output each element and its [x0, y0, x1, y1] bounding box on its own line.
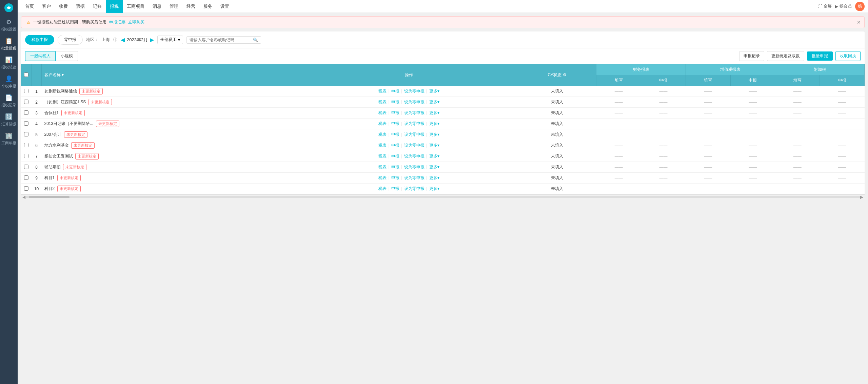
op-report-link[interactable]: 申报	[391, 132, 399, 137]
op-zero-link[interactable]: 设为零申报	[404, 154, 425, 158]
op-zero-link[interactable]: 设为零申报	[404, 132, 425, 137]
op-zero-link[interactable]: 设为零申报	[404, 186, 425, 191]
op-zero-link[interactable]: 设为零申报	[404, 110, 425, 115]
op-report-link[interactable]: 申报	[391, 100, 399, 104]
nav-operation[interactable]: 经营	[182, 0, 199, 13]
nav-messages[interactable]: 消息	[149, 0, 165, 13]
nav-service[interactable]: 服务	[199, 0, 216, 13]
nav-client[interactable]: 客户	[38, 0, 55, 13]
nav-accounting[interactable]: 记账	[89, 0, 106, 13]
sidebar-item-tax-overview[interactable]: 📊 报税总览	[0, 54, 18, 72]
op-more-button[interactable]: 更多▾	[429, 132, 439, 137]
op-tax-link[interactable]: 税表	[378, 154, 387, 158]
op-zero-link[interactable]: 设为零申报	[404, 89, 425, 93]
op-zero-link[interactable]: 设为零申报	[404, 100, 425, 104]
notice-close-button[interactable]: ✕	[857, 20, 861, 25]
scroll-thumb[interactable]	[29, 196, 70, 198]
batch-declare-button[interactable]: 批量申报	[807, 51, 833, 61]
row-no: 2	[32, 97, 42, 108]
op-report-link[interactable]: 申报	[391, 89, 399, 93]
op-more-button[interactable]: 更多▾	[429, 165, 439, 169]
op-report-link[interactable]: 申报	[391, 175, 399, 180]
nav-home[interactable]: 首页	[21, 0, 38, 13]
info-icon[interactable]: ⓘ	[113, 37, 117, 43]
nav-billing[interactable]: 收费	[55, 0, 72, 13]
row-checkbox[interactable]	[24, 121, 28, 126]
dept-selector[interactable]: 全部员工 ▾	[157, 36, 183, 44]
sub-toolbar-actions: 申报记录 更新统定及取数 批量申报 收取回执	[739, 51, 861, 61]
op-zero-link[interactable]: 设为零申报	[404, 121, 425, 126]
op-report-link[interactable]: 申报	[391, 186, 399, 191]
nav-business[interactable]: 工商项目	[123, 0, 149, 13]
op-zero-link[interactable]: 设为零申报	[404, 143, 425, 148]
fullscreen-button[interactable]: ⛶ 全屏	[818, 3, 832, 9]
op-tax-link[interactable]: 税表	[378, 143, 387, 148]
row-checkbox[interactable]	[24, 154, 28, 158]
record-button[interactable]: 申报记录	[739, 51, 764, 61]
notice-link-buy[interactable]: 立即购买	[128, 19, 144, 25]
sidebar-item-tax-records[interactable]: 📄 报税记录	[0, 91, 18, 110]
op-report-link[interactable]: 申报	[391, 154, 399, 158]
date-next-button[interactable]: ▶	[150, 37, 154, 43]
nav-manage[interactable]: 管理	[165, 0, 182, 13]
op-more-button[interactable]: 更多▾	[429, 110, 439, 115]
date-prev-button[interactable]: ◀	[121, 37, 125, 43]
op-more-button[interactable]: 更多▾	[429, 154, 439, 158]
scroll-left-arrow[interactable]: ◀	[22, 195, 25, 199]
sidebar-item-personal-tax[interactable]: 👤 个税申报	[0, 72, 18, 91]
member-button[interactable]: ▶ 畅会员	[835, 3, 852, 9]
row-report2: ——	[730, 184, 775, 194]
nav-invoice[interactable]: 票据	[72, 0, 89, 13]
row-checkbox[interactable]	[24, 165, 28, 169]
notice-link-report[interactable]: 申报汇票	[109, 19, 125, 25]
tab-zero-declaration[interactable]: 零申报	[58, 35, 83, 45]
op-more-button[interactable]: 更多▾	[429, 186, 439, 191]
op-zero-link[interactable]: 设为零申报	[404, 165, 425, 169]
avatar[interactable]: 畅	[855, 2, 865, 11]
op-tax-link[interactable]: 税表	[378, 89, 387, 93]
select-all-checkbox[interactable]	[24, 72, 28, 77]
update-button[interactable]: 更新统定及取数	[767, 51, 804, 61]
scroll-right-arrow[interactable]: ▶	[860, 195, 863, 199]
retrieve-button[interactable]: 收取回执	[835, 51, 861, 61]
op-tax-link[interactable]: 税表	[378, 110, 387, 115]
search-input[interactable]	[190, 38, 251, 42]
row-checkbox[interactable]	[24, 89, 28, 93]
op-zero-link[interactable]: 设为零申报	[404, 175, 425, 180]
op-more-button[interactable]: 更多▾	[429, 100, 439, 104]
op-more-button[interactable]: 更多▾	[429, 89, 439, 93]
op-tax-link[interactable]: 税表	[378, 121, 387, 126]
taxpayer-small-button[interactable]: 小规模	[56, 51, 78, 61]
sidebar-item-tax-settings[interactable]: ⚙ 报税设置	[0, 16, 18, 35]
op-report-link[interactable]: 申报	[391, 121, 399, 126]
sidebar-item-settlement[interactable]: 🔢 汇算清缴	[0, 110, 18, 129]
op-report-link[interactable]: 申报	[391, 143, 399, 148]
op-more-button[interactable]: 更多▾	[429, 175, 439, 180]
taxpayer-general-button[interactable]: 一般纳税人	[25, 51, 56, 61]
row-checkbox[interactable]	[24, 100, 28, 104]
search-icon[interactable]: 🔍	[253, 38, 258, 42]
op-tax-link[interactable]: 税表	[378, 175, 387, 180]
nav-tax[interactable]: 报税	[106, 0, 123, 13]
row-fill3: ——	[775, 184, 820, 194]
tab-tax-declaration[interactable]: 税款申报	[25, 35, 54, 45]
row-checkbox[interactable]	[24, 175, 28, 180]
row-ca-status: 未填入	[518, 140, 596, 151]
op-tax-link[interactable]: 税表	[378, 165, 387, 169]
row-checkbox[interactable]	[24, 143, 28, 147]
op-tax-link[interactable]: 税表	[378, 132, 387, 137]
row-checkbox[interactable]	[24, 110, 28, 115]
nav-settings[interactable]: 设置	[216, 0, 233, 13]
horizontal-scrollbar[interactable]: ◀ ▶	[21, 194, 865, 199]
op-tax-link[interactable]: 税表	[378, 186, 387, 191]
op-more-button[interactable]: 更多▾	[429, 143, 439, 148]
op-report-link[interactable]: 申报	[391, 110, 399, 115]
row-checkbox[interactable]	[24, 132, 28, 136]
sidebar-item-batch-tax[interactable]: 📋 批量报税	[0, 35, 18, 54]
op-report-link[interactable]: 申报	[391, 165, 399, 169]
op-more-button[interactable]: 更多▾	[429, 121, 439, 126]
row-checkbox[interactable]	[24, 186, 28, 191]
sidebar-item-annual-report[interactable]: 🏢 工商年报	[0, 129, 18, 148]
app-logo[interactable]	[0, 0, 18, 16]
op-tax-link[interactable]: 税表	[378, 100, 387, 104]
